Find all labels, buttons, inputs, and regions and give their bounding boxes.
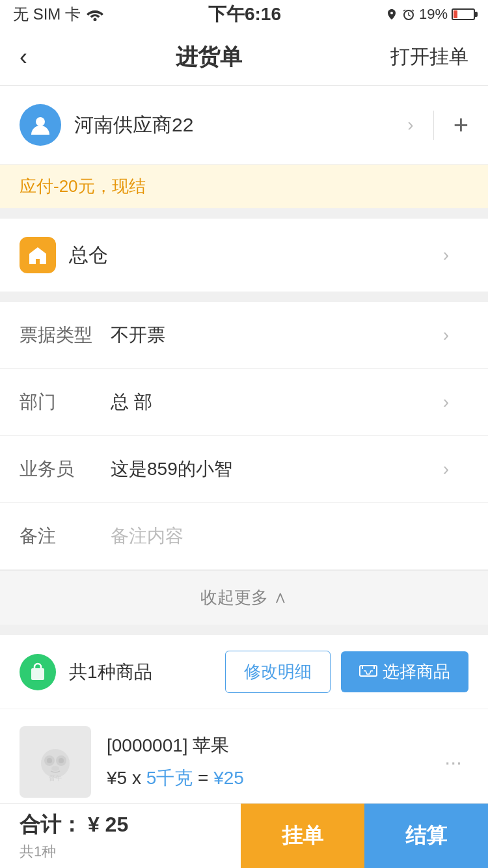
main-content: 河南供应商22 › + 应付-20元，现结 总仓 › 票据类型 不开票 › 部门… (0, 86, 488, 813)
invoice-chevron-icon: › (443, 325, 449, 346)
product-name: [0000001] 苹果 (107, 733, 438, 758)
select-product-button[interactable]: 选择商品 (341, 651, 468, 692)
wifi-icon (86, 8, 104, 21)
bag-icon (27, 662, 48, 683)
salesperson-label: 业务员 (20, 457, 98, 481)
form-row-salesperson[interactable]: 业务员 这是859的小智 › (0, 436, 488, 503)
product-section: 共1种商品 修改明细 选择商品 (0, 635, 488, 813)
product-count: 共1种商品 (69, 660, 225, 685)
form-row-department[interactable]: 部门 总 部 › (0, 369, 488, 436)
svg-point-8 (47, 758, 52, 763)
supplier-card: 河南供应商22 › + 应付-20元，现结 (0, 86, 488, 208)
department-chevron-icon: › (443, 392, 449, 413)
svg-point-2 (36, 117, 45, 126)
bottom-bar: 合计： ¥ 25 共1种 挂单 结算 (0, 803, 488, 868)
edit-detail-button[interactable]: 修改明细 (225, 651, 331, 693)
location-icon (385, 8, 398, 21)
nav-bar: ‹ 进货单 打开挂单 (0, 29, 488, 86)
page-title: 进货单 (176, 42, 242, 72)
back-button[interactable]: ‹ (20, 44, 27, 71)
remark-placeholder[interactable]: 备注内容 (98, 524, 468, 549)
total-label: 合计： (20, 813, 82, 836)
checkout-button[interactable]: 结算 (364, 804, 488, 869)
svg-text:督午: 督午 (49, 774, 62, 781)
department-value: 总 部 (98, 390, 443, 414)
total-sub: 共1种 (20, 842, 221, 861)
form-card: 票据类型 不开票 › 部门 总 部 › 业务员 这是859的小智 › 备注 备注… (0, 302, 488, 625)
cart-icon (359, 665, 377, 679)
remark-label: 备注 (20, 524, 98, 549)
product-header: 共1种商品 修改明细 选择商品 (0, 635, 488, 709)
svg-rect-3 (31, 668, 44, 680)
svg-point-0 (94, 18, 97, 21)
status-time: 下午6:16 (208, 2, 281, 27)
total-section: 合计： ¥ 25 共1种 (0, 811, 241, 861)
salesperson-value: 这是859的小智 (98, 457, 443, 481)
home-icon (27, 245, 48, 265)
status-carrier: 无 SIM 卡 (13, 4, 104, 25)
owl-logo: 督午 (33, 742, 78, 781)
status-bar: 无 SIM 卡 下午6:16 19% (0, 0, 488, 29)
supplier-name: 河南供应商22 (74, 112, 407, 139)
warehouse-icon (20, 237, 56, 273)
hang-button[interactable]: 挂单 (241, 804, 364, 869)
warehouse-chevron-icon: › (443, 245, 449, 265)
svg-point-9 (59, 758, 64, 763)
warehouse-card: 总仓 › (0, 219, 488, 292)
product-more-button[interactable]: ··· (438, 744, 468, 781)
invoice-label: 票据类型 (20, 323, 98, 347)
total-amount: 合计： ¥ 25 (20, 811, 221, 839)
product-price: ¥5 x 5千克 = ¥25 (107, 766, 438, 791)
product-info: [0000001] 苹果 ¥5 x 5千克 = ¥25 (107, 733, 438, 791)
total-value: ¥ 25 (88, 813, 128, 836)
warehouse-name: 总仓 (69, 242, 443, 269)
supplier-avatar (20, 104, 61, 146)
invoice-value: 不开票 (98, 323, 443, 347)
product-item: 督午 [0000001] 苹果 ¥5 x 5千克 = ¥25 ··· (0, 711, 488, 813)
form-row-invoice[interactable]: 票据类型 不开票 › (0, 302, 488, 369)
open-pending-button[interactable]: 打开挂单 (390, 44, 468, 70)
supplier-chevron-icon: › (407, 115, 413, 135)
product-icon (20, 654, 56, 690)
select-product-label: 选择商品 (383, 660, 450, 683)
status-right: 19% (385, 6, 475, 23)
salesperson-chevron-icon: › (443, 459, 449, 480)
svg-point-10 (51, 766, 59, 771)
department-label: 部门 (20, 390, 98, 414)
form-row-remark[interactable]: 备注 备注内容 (0, 503, 488, 570)
alarm-icon (402, 8, 415, 21)
warehouse-row[interactable]: 总仓 › (0, 219, 488, 292)
supplier-notice: 应付-20元，现结 (0, 165, 488, 208)
product-thumbnail: 督午 (20, 726, 91, 798)
collapse-toggle[interactable]: 收起更多 ∧ (0, 570, 488, 625)
person-icon (29, 113, 52, 137)
add-supplier-button[interactable]: + (433, 111, 468, 140)
battery-icon (452, 8, 475, 20)
supplier-row[interactable]: 河南供应商22 › + (0, 86, 488, 165)
